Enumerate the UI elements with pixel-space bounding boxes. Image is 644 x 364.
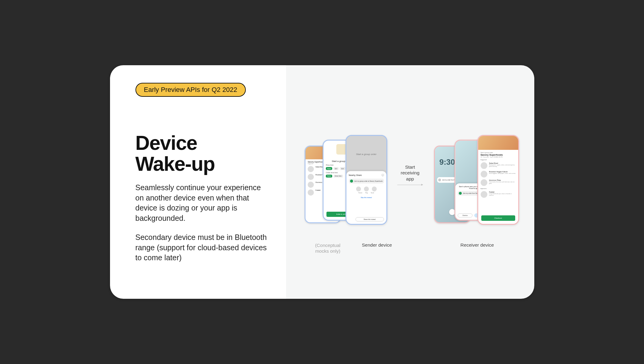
item-desc: Mixed greens, apples, olives, and mixed … — [489, 164, 516, 167]
share-name: Sarah — [371, 192, 374, 194]
avatar — [356, 187, 361, 191]
restaurant-meta: 4.8 · Downtown · Open 9:00 AM-9:00 PM — [481, 156, 516, 158]
share-avatars — [349, 187, 384, 191]
chip-time-enter: Enter time — [333, 175, 343, 178]
title-line-1: Device — [135, 132, 197, 154]
arrow-label-l3: app — [406, 176, 414, 181]
appetizers-label: Appetizers — [481, 188, 516, 189]
chip-15: $15 — [333, 167, 339, 170]
arrow-label-l1: Start — [405, 164, 415, 170]
phone-hero-image — [478, 136, 518, 150]
caption-receiver: Receiver device — [456, 242, 499, 248]
share-dot-icon — [350, 180, 353, 183]
list-item: Hummus PlateThree kinds of hummus with f… — [481, 179, 516, 186]
suggested-label: Suggested — [481, 159, 516, 160]
chip-time-none: None — [326, 175, 332, 178]
paragraph-1: Seamlessly continue your experience on a… — [135, 183, 269, 223]
share-link-button: Share link instead — [355, 217, 384, 221]
restaurant-name: Savory Superfoods — [481, 153, 516, 156]
info-icon: ⓘ — [382, 174, 384, 177]
slide-left-panel: Early Preview APIs for Q2 2022 Device Wa… — [110, 65, 286, 299]
checkout-button: Checkout — [481, 215, 515, 221]
share-name: Ronnie — [359, 192, 362, 194]
receiver-phone-front: Sam's group order Savory Superfoods 4.8 … — [477, 135, 519, 225]
item-desc: Three kinds of hummus with flat bread, o… — [489, 181, 516, 184]
slide-title: Device Wake-up — [135, 133, 273, 174]
menu-list: Sam's group order Savory Superfoods 4.8 … — [478, 150, 518, 201]
skip-link: Skip this instead — [349, 197, 384, 198]
sender-phone-front: Start a group order Nearby Share ⓘ Join … — [345, 135, 387, 225]
chip-none: None — [326, 167, 332, 170]
list-item: FalafelCrispy falafel with your choice o… — [481, 191, 516, 198]
mock-stage: Savory Superfoods Suggested Salad Bowl R… — [286, 65, 534, 299]
share-link-button-row: Share link instead — [349, 217, 384, 221]
paragraph-2: Secondary device must be in Bluetooth ra… — [135, 232, 269, 263]
dim-title: Start a group order — [346, 153, 386, 156]
list-item: Roasted Veggie KabobRoast eggplant, bell… — [481, 171, 516, 177]
share-message: Join my group order at Savory Superfoods — [354, 180, 383, 182]
notif-avatar — [438, 179, 441, 181]
nearby-share-sheet: Nearby Share ⓘ Join my group order at Sa… — [346, 171, 386, 224]
dismiss-button: Dismiss — [458, 213, 472, 217]
badge-pill: Early Preview APIs for Q2 2022 — [135, 83, 246, 97]
slide: Early Preview APIs for Q2 2022 Device Wa… — [110, 65, 534, 299]
cart-icon — [336, 144, 347, 155]
nearby-share-title: Nearby Share — [349, 174, 362, 176]
lock-handle-icon — [449, 209, 455, 215]
arrow-icon — [397, 185, 423, 185]
arrow-label-l2: receiving — [401, 170, 419, 175]
chip-16: $16 — [340, 167, 345, 170]
avatar — [364, 187, 369, 191]
title-line-2: Wake-up — [135, 153, 215, 175]
caption-conceptual: (Conceptual mocks only) — [310, 242, 346, 254]
request-dot-icon — [459, 192, 462, 195]
list-item: Salad BowlMixed greens, apples, olives, … — [481, 162, 516, 169]
item-desc: Roast eggplant, bell peppers, onion, and… — [489, 173, 516, 174]
item-desc: Crispy falafel with your choice of tzatz… — [489, 193, 516, 196]
avatar — [372, 187, 377, 191]
caption-conceptual-l2: mocks only) — [315, 248, 340, 254]
share-message-row: Join my group order at Savory Superfoods — [349, 179, 384, 184]
share-name: Ping — [365, 192, 368, 194]
caption-conceptual-l1: (Conceptual — [315, 243, 341, 248]
caption-sender: Sender device — [359, 242, 395, 248]
arrow-label: Start receiving app — [401, 164, 419, 182]
slide-right-panel: Savory Superfoods Suggested Salad Bowl R… — [286, 65, 534, 299]
